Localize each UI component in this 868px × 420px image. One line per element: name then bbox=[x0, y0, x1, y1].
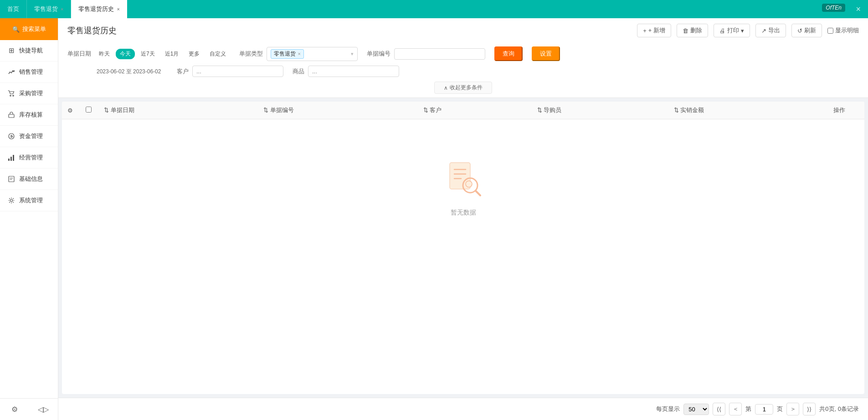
col-customer-label: 客户 bbox=[430, 107, 442, 113]
tab-retail-return-close[interactable]: × bbox=[61, 6, 63, 12]
page-last-button[interactable]: ⟩⟩ bbox=[803, 403, 816, 415]
sidebar-bottom: ⚙ ◁▷ bbox=[0, 398, 58, 420]
sidebar-item-inventory[interactable]: 库存核算 bbox=[0, 104, 58, 126]
select-all-checkbox[interactable] bbox=[86, 107, 92, 113]
refresh-icon: ↺ bbox=[797, 27, 802, 34]
doc-no-input[interactable] bbox=[394, 48, 485, 60]
quick-nav-icon: ⊞ bbox=[7, 46, 15, 55]
col-amount-icon: ⇅ bbox=[674, 107, 679, 113]
sidebar-search[interactable]: 🔍 搜索菜单 bbox=[0, 18, 58, 40]
export-button[interactable]: ↗ 导出 bbox=[755, 24, 786, 37]
svg-rect-2 bbox=[9, 114, 14, 118]
empty-state: 暂无数据 bbox=[62, 119, 864, 253]
date-btn-today[interactable]: 今天 bbox=[116, 49, 135, 59]
customer-input[interactable] bbox=[192, 66, 283, 77]
col-settings[interactable]: ⚙ bbox=[62, 102, 80, 119]
data-table: ⚙ ⇅ 单据日期 ⇅ 单据编号 bbox=[62, 102, 864, 253]
setting-button[interactable]: 设置 bbox=[532, 46, 560, 61]
settings-icon: ⚙ bbox=[11, 405, 18, 414]
sidebar-item-system[interactable]: 系统管理 bbox=[0, 190, 58, 211]
doc-type-select[interactable]: 零售退货 × ▾ bbox=[267, 47, 358, 61]
col-ops-label: 操作 bbox=[833, 107, 845, 113]
date-btn-yesterday[interactable]: 昨天 bbox=[95, 49, 114, 59]
sidebar-item-basic-info-label: 基础信息 bbox=[19, 175, 43, 183]
page-next-button[interactable]: ＞ bbox=[786, 403, 799, 415]
show-detail-checkbox[interactable]: 显示明细 bbox=[827, 26, 859, 35]
svg-rect-6 bbox=[13, 155, 14, 161]
query-button[interactable]: 查询 bbox=[494, 46, 523, 61]
col-doc-no-icon: ⇅ bbox=[263, 107, 268, 113]
page-prev-button[interactable]: ＜ bbox=[729, 403, 742, 415]
doc-no-filter-item: 单据编号 bbox=[367, 48, 485, 60]
col-customer-icon: ⇅ bbox=[423, 107, 428, 113]
tab-retail-return-history-close[interactable]: × bbox=[117, 6, 119, 12]
col-guide[interactable]: ⇅ 导购员 bbox=[532, 102, 668, 119]
table-settings-icon[interactable]: ⚙ bbox=[67, 107, 73, 114]
print-button[interactable]: 🖨 打印 ▾ bbox=[714, 24, 750, 37]
sidebar: 🔍 搜索菜单 ⊞ 快捷导航 销售管理 采购管理 库存核算 bbox=[0, 18, 58, 420]
delete-label: 删除 bbox=[690, 26, 702, 35]
svg-rect-4 bbox=[8, 159, 10, 161]
date-btn-7days[interactable]: 近7天 bbox=[137, 49, 159, 59]
col-customer[interactable]: ⇅ 客户 bbox=[418, 102, 532, 119]
date-filter-buttons: 昨天 今天 近7天 近1月 更多 自定义 bbox=[95, 49, 230, 59]
system-icon bbox=[7, 196, 15, 205]
empty-state-row: 暂无数据 bbox=[62, 119, 864, 254]
delete-button[interactable]: 🗑 删除 bbox=[677, 24, 708, 37]
sidebar-search-label: 搜索菜单 bbox=[22, 25, 46, 33]
sidebar-item-purchase-mgmt[interactable]: 采购管理 bbox=[0, 83, 58, 104]
date-btn-custom[interactable]: 自定义 bbox=[205, 49, 230, 59]
print-chevron: ▾ bbox=[741, 27, 744, 34]
doc-type-filter-item: 单据类型 零售退货 × ▾ bbox=[239, 47, 358, 61]
new-icon: + bbox=[643, 27, 647, 34]
doc-type-tag-close[interactable]: × bbox=[298, 51, 300, 56]
doc-type-tag: 零售退货 × bbox=[271, 49, 303, 59]
tab-home[interactable]: 首页 bbox=[0, 0, 27, 18]
sidebar-item-operations[interactable]: 经营管理 bbox=[0, 147, 58, 169]
sidebar-collapse-button[interactable]: ◁▷ bbox=[29, 399, 58, 420]
page-size-select[interactable]: 50 10 20 100 bbox=[683, 404, 709, 415]
page-input[interactable] bbox=[755, 404, 773, 415]
collapse-icon: ∧ bbox=[444, 85, 448, 91]
show-detail-input[interactable] bbox=[827, 28, 833, 34]
window-close-button[interactable]: × bbox=[856, 5, 861, 14]
svg-point-8 bbox=[10, 200, 13, 202]
goods-input[interactable] bbox=[308, 66, 399, 77]
col-checkbox[interactable] bbox=[80, 102, 98, 119]
sidebar-item-quick-nav-label: 快捷导航 bbox=[19, 46, 43, 55]
collapse-label: 收起更多条件 bbox=[450, 84, 483, 92]
new-label: + 新增 bbox=[648, 26, 665, 35]
col-doc-no[interactable]: ⇅ 单据编号 bbox=[258, 102, 417, 119]
sidebar-item-basic-info[interactable]: 基础信息 bbox=[0, 169, 58, 190]
page-first-button[interactable]: ⟨⟨ bbox=[713, 403, 725, 415]
print-label: 打印 bbox=[727, 26, 739, 35]
new-button[interactable]: + + 新增 bbox=[637, 24, 671, 37]
doc-type-label: 单据类型 bbox=[239, 50, 263, 58]
sidebar-item-finance[interactable]: 资金管理 bbox=[0, 126, 58, 147]
col-amount[interactable]: ⇅ 实销金额 bbox=[668, 102, 828, 119]
sidebar-item-quick-nav[interactable]: ⊞ 快捷导航 bbox=[0, 40, 58, 61]
sidebar-item-operations-label: 经营管理 bbox=[19, 154, 43, 162]
svg-rect-7 bbox=[9, 176, 14, 182]
toolbar: + + 新增 🗑 删除 🖨 打印 ▾ ↗ 导出 bbox=[637, 24, 859, 37]
customer-label: 客户 bbox=[177, 67, 189, 76]
tab-retail-return[interactable]: 零售退货 × bbox=[27, 0, 71, 18]
refresh-button[interactable]: ↺ 刷新 bbox=[791, 24, 822, 37]
date-range-text: 2023-06-02 至 2023-06-02 bbox=[97, 68, 161, 76]
col-doc-date-label: 单据日期 bbox=[111, 107, 134, 113]
sidebar-settings-button[interactable]: ⚙ bbox=[0, 399, 29, 420]
sidebar-item-sales-mgmt[interactable]: 销售管理 bbox=[0, 61, 58, 83]
refresh-label: 刷新 bbox=[804, 26, 816, 35]
doc-type-tag-text: 零售退货 bbox=[274, 50, 296, 58]
tab-retail-return-history[interactable]: 零售退货历史 × bbox=[71, 0, 127, 18]
export-icon: ↗ bbox=[761, 27, 766, 34]
finance-icon bbox=[7, 132, 15, 140]
svg-point-15 bbox=[466, 181, 472, 187]
tab-retail-return-history-label: 零售退货历史 bbox=[78, 5, 114, 13]
col-doc-date[interactable]: ⇅ 单据日期 bbox=[98, 102, 258, 119]
goods-label: 商品 bbox=[293, 67, 304, 76]
basic-info-icon bbox=[7, 175, 15, 183]
date-btn-more[interactable]: 更多 bbox=[185, 49, 204, 59]
collapse-button[interactable]: ∧ 收起更多条件 bbox=[434, 82, 492, 94]
date-btn-1month[interactable]: 近1月 bbox=[161, 49, 183, 59]
